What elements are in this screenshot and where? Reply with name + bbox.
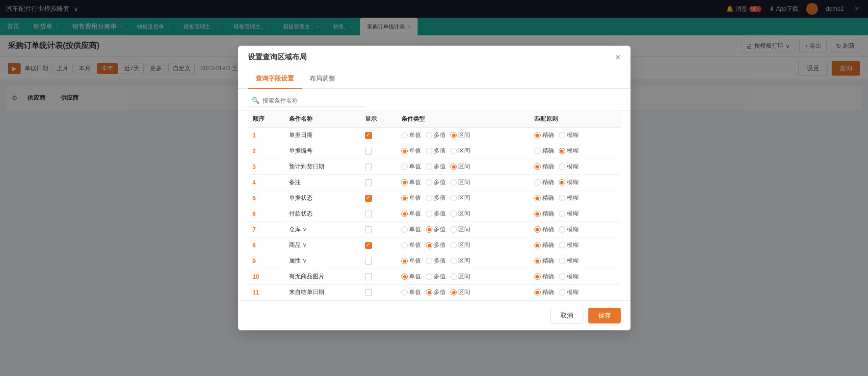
type-single-8[interactable]: 单值 [401,257,421,265]
match-fuzzy-0[interactable]: 模糊 [559,131,579,139]
type-range-6[interactable]: 区间 [450,225,470,234]
table-row: 7仓库 ∨ 单值 多值 区间 精确 [248,222,621,238]
row-display-1 [360,143,396,159]
type-single-10[interactable]: 单值 [401,288,421,296]
type-multi-1[interactable]: 多值 [426,147,446,155]
type-single-1[interactable]: 单值 [401,147,421,155]
row-match-2: 精确 模糊 [529,159,621,175]
modal-close-button[interactable]: × [615,53,621,62]
checkbox-row-1[interactable] [365,148,372,155]
modal-header: 设置查询区域布局 × [238,46,631,69]
match-fuzzy-1[interactable]: 模糊 [559,147,579,155]
match-fuzzy-5[interactable]: 模糊 [559,210,579,218]
match-exact-9[interactable]: 精确 [534,272,554,281]
match-fuzzy-9[interactable]: 模糊 [559,272,579,281]
type-single-7[interactable]: 单值 [401,241,421,249]
checkbox-row-10[interactable] [365,289,372,296]
row-type-8: 单值 多值 区间 [396,253,529,269]
type-range-0[interactable]: 区间 [450,131,470,139]
match-exact-10[interactable]: 精确 [534,288,554,296]
type-range-8[interactable]: 区间 [450,257,470,265]
type-multi-5[interactable]: 多值 [426,210,446,218]
modal-overlay: 设置查询区域布局 × 查询字段设置 布局调整 🔍 顺序 条件名称 显示 [0,0,868,376]
type-multi-7[interactable]: 多值 [426,241,446,249]
match-fuzzy-4[interactable]: 模糊 [559,194,579,202]
type-single-2[interactable]: 单值 [401,162,421,171]
row-name-8: 属性 ∨ [284,253,360,269]
type-range-1[interactable]: 区间 [450,147,470,155]
row-display-10 [360,285,396,300]
row-match-8: 精确 模糊 [529,253,621,269]
match-exact-0[interactable]: 精确 [534,131,554,139]
modal-tab-layout[interactable]: 布局调整 [302,69,343,89]
checkbox-row-4[interactable] [365,195,372,202]
type-range-5[interactable]: 区间 [450,210,470,218]
row-order-2: 3 [248,159,284,175]
modal-tab-query-fields[interactable]: 查询字段设置 [248,69,302,89]
search-input[interactable] [263,97,361,104]
type-multi-8[interactable]: 多值 [426,257,446,265]
row-order-5: 6 [248,206,284,222]
type-multi-0[interactable]: 多值 [426,131,446,139]
type-multi-3[interactable]: 多值 [426,178,446,187]
cancel-button[interactable]: 取消 [550,308,583,323]
table-row: 4备注 单值 多值 区间 精确 [248,175,621,190]
save-button[interactable]: 保存 [588,308,621,323]
type-single-3[interactable]: 单值 [401,178,421,187]
checkbox-row-8[interactable] [365,258,372,265]
type-single-0[interactable]: 单值 [401,131,421,139]
type-range-9[interactable]: 区间 [450,272,470,281]
type-range-7[interactable]: 区间 [450,241,470,249]
checkbox-row-6[interactable] [365,226,372,233]
checkbox-row-0[interactable] [365,132,372,139]
row-name-4: 单据状态 [284,190,360,206]
match-exact-3[interactable]: 精确 [534,178,554,187]
type-range-10[interactable]: 区间 [450,288,470,296]
checkbox-row-9[interactable] [365,273,372,280]
match-fuzzy-10[interactable]: 模糊 [559,288,579,296]
type-multi-10[interactable]: 多值 [426,288,446,296]
match-exact-1[interactable]: 精确 [534,147,554,155]
row-type-6: 单值 多值 区间 [396,222,529,238]
type-multi-9[interactable]: 多值 [426,272,446,281]
type-multi-4[interactable]: 多值 [426,194,446,202]
match-fuzzy-2[interactable]: 模糊 [559,162,579,171]
col-type: 条件类型 [396,111,529,128]
match-exact-8[interactable]: 精确 [534,257,554,265]
row-type-3: 单值 多值 区间 [396,175,529,190]
checkbox-row-2[interactable] [365,163,372,170]
row-name-6: 仓库 ∨ [284,222,360,238]
match-fuzzy-7[interactable]: 模糊 [559,241,579,249]
checkbox-row-7[interactable] [365,242,372,249]
row-name-1: 单据编号 [284,143,360,159]
type-range-3[interactable]: 区间 [450,178,470,187]
type-range-2[interactable]: 区间 [450,162,470,171]
checkbox-row-3[interactable] [365,179,372,186]
match-fuzzy-3[interactable]: 模糊 [559,178,579,187]
match-exact-4[interactable]: 精确 [534,194,554,202]
row-type-1: 单值 多值 区间 [396,143,529,159]
type-multi-6[interactable]: 多值 [426,225,446,234]
type-single-6[interactable]: 单值 [401,225,421,234]
row-type-7: 单值 多值 区间 [396,238,529,253]
row-match-6: 精确 模糊 [529,222,621,238]
match-exact-6[interactable]: 精确 [534,225,554,234]
table-row: 11来自结单日期 单值 多值 区间 精确 [248,285,621,300]
match-exact-2[interactable]: 精确 [534,162,554,171]
type-multi-2[interactable]: 多值 [426,162,446,171]
row-match-7: 精确 模糊 [529,238,621,253]
table-row: 9属性 ∨ 单值 多值 区间 精确 [248,253,621,269]
match-exact-5[interactable]: 精确 [534,210,554,218]
checkbox-row-5[interactable] [365,211,372,217]
table-row: 5单据状态 单值 多值 区间 精确 [248,190,621,206]
match-fuzzy-8[interactable]: 模糊 [559,257,579,265]
type-single-5[interactable]: 单值 [401,210,421,218]
type-single-9[interactable]: 单值 [401,272,421,281]
match-fuzzy-6[interactable]: 模糊 [559,225,579,234]
col-match: 匹配原则 [529,111,621,128]
type-single-4[interactable]: 单值 [401,194,421,202]
settings-modal: 设置查询区域布局 × 查询字段设置 布局调整 🔍 顺序 条件名称 显示 [238,46,631,330]
match-exact-7[interactable]: 精确 [534,241,554,249]
row-display-4 [360,190,396,206]
type-range-4[interactable]: 区间 [450,194,470,202]
